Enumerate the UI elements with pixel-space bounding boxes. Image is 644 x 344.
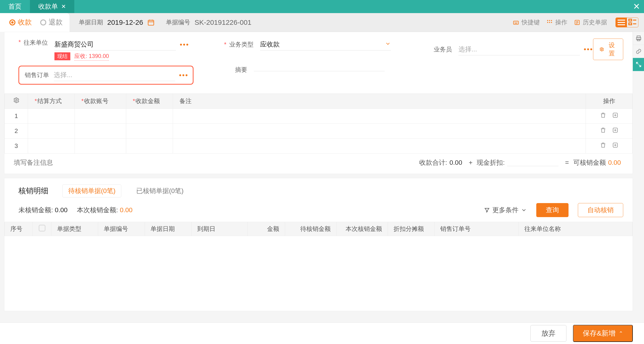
sub-tab-done[interactable]: 已核销单据(0笔) <box>130 184 189 197</box>
ops-button[interactable]: 操作 <box>546 18 567 26</box>
add-row-icon[interactable] <box>612 112 618 118</box>
thiswo-header: 本次核销金额 <box>336 222 388 236</box>
discard-button[interactable]: 放弃 <box>530 325 566 342</box>
amount-header: 金额 <box>248 222 285 236</box>
party-picker-icon[interactable]: ••• <box>180 41 189 48</box>
total-label: 收款合计: <box>419 158 447 167</box>
view-list-button[interactable] <box>616 18 627 27</box>
sales-order-label: 销售订单 <box>23 71 49 79</box>
chevron-down-icon <box>521 207 527 213</box>
more-conditions-button[interactable]: 更多条件 <box>484 206 527 214</box>
party-label: 往来单位 <box>22 38 48 47</box>
history-button[interactable]: 历史单据 <box>574 18 607 26</box>
svg-point-4 <box>551 20 552 21</box>
type-header: 单据类型 <box>52 222 98 236</box>
biztype-select[interactable]: 应收款 <box>260 38 385 50</box>
note-input[interactable] <box>14 159 419 166</box>
sales-order-input[interactable]: 选择... <box>54 69 175 81</box>
add-row-icon[interactable] <box>612 142 618 148</box>
summary-input[interactable] <box>254 68 384 71</box>
date-header: 单据日期 <box>145 222 192 236</box>
table-row[interactable]: 3 <box>5 138 632 154</box>
svg-rect-10 <box>629 23 632 25</box>
gear-column-header[interactable] <box>5 94 28 109</box>
row-number: 3 <box>5 138 28 154</box>
view-toggle <box>616 18 638 27</box>
method-cell[interactable] <box>28 124 75 138</box>
account-cell[interactable] <box>75 124 126 138</box>
table-row[interactable]: 1 <box>5 109 632 124</box>
alloc-header: 折扣分摊额 <box>388 222 435 236</box>
svg-point-15 <box>16 100 17 101</box>
discount-input[interactable] <box>507 159 558 166</box>
radio-receive-label: 收款 <box>18 18 32 27</box>
view-card-button[interactable] <box>627 18 638 27</box>
checkbox-header[interactable] <box>33 222 52 236</box>
method-cell[interactable] <box>28 109 75 124</box>
delete-row-icon[interactable] <box>600 142 606 148</box>
tab-home[interactable]: 首页 <box>0 0 30 13</box>
save-label: 保存&新增 <box>583 328 616 338</box>
shortcut-label: 快捷键 <box>522 18 540 26</box>
auto-writeoff-button[interactable]: 自动核销 <box>578 203 623 217</box>
history-label: 历史单据 <box>583 18 607 26</box>
radio-refund[interactable]: 退款 <box>40 18 62 27</box>
pending-header: 待核销金额 <box>285 222 336 236</box>
detail-title: 核销明细 <box>18 186 48 196</box>
radio-dot-icon <box>40 20 46 26</box>
total-value: 0.00 <box>450 159 462 166</box>
method-cell[interactable] <box>28 138 75 154</box>
add-row-icon[interactable] <box>612 127 618 134</box>
account-cell[interactable] <box>75 138 126 154</box>
secondary-bar: 收款 退款 单据日期 2019-12-26 单据编号 SK-20191226-0… <box>0 13 644 32</box>
ar-line[interactable]: 应收: 1390.00 <box>74 52 109 60</box>
doc-no-label: 单据编号 <box>166 18 190 26</box>
salesman-picker-icon[interactable]: ••• <box>584 45 593 53</box>
remark-cell[interactable] <box>173 138 586 154</box>
table-row[interactable]: 2 <box>5 124 632 138</box>
remark-cell[interactable] <box>173 109 586 124</box>
tab-current-label: 收款单 <box>38 2 58 11</box>
rail-expand-button[interactable] <box>633 58 644 71</box>
delete-row-icon[interactable] <box>600 127 606 134</box>
radio-receive[interactable]: 收款 <box>9 18 32 27</box>
equals-sign: = <box>565 159 569 166</box>
doc-no-value: SK-20191226-001 <box>194 18 252 26</box>
config-label: 设置 <box>606 41 617 58</box>
doc-date-value[interactable]: 2019-12-26 <box>107 18 143 26</box>
tab-current[interactable]: 收款单 ✕ <box>30 0 74 13</box>
ops-label: 操作 <box>555 18 567 26</box>
config-button[interactable]: 设置 <box>593 38 623 60</box>
delete-row-icon[interactable] <box>600 112 606 118</box>
calendar-icon[interactable] <box>147 19 155 26</box>
window-close-button[interactable]: ✕ <box>629 0 644 13</box>
account-header: *收款账号 <box>75 94 126 109</box>
save-button[interactable]: 保存&新增 ⌃ <box>573 325 633 342</box>
tab-close-icon[interactable]: ✕ <box>61 3 66 10</box>
writeoff-label: 可核销金额 <box>573 158 606 167</box>
chevron-down-icon[interactable] <box>385 41 391 48</box>
account-cell[interactable] <box>75 109 126 124</box>
salesman-input[interactable]: 选择... <box>458 44 580 56</box>
rail-link-button[interactable] <box>633 45 644 58</box>
sub-tab-pending[interactable]: 待核销单据(0笔) <box>62 184 121 198</box>
svg-point-6 <box>549 22 550 23</box>
svg-rect-1 <box>514 21 518 24</box>
amount-cell[interactable] <box>126 109 173 124</box>
amount-cell[interactable] <box>126 138 173 154</box>
amount-cell[interactable] <box>126 124 173 138</box>
party-input[interactable]: 新盛商贸公司 <box>54 38 176 50</box>
sales-order-picker-icon[interactable]: ••• <box>179 71 188 79</box>
remark-cell[interactable] <box>173 124 586 138</box>
sales-order-highlight: 销售订单 选择... ••• <box>18 66 194 84</box>
required-marker: * <box>18 38 21 46</box>
summary-label: 摘要 <box>222 66 247 74</box>
writeoff-value: 0.00 <box>608 159 621 166</box>
query-button[interactable]: 查询 <box>536 203 568 217</box>
rail-print-button[interactable] <box>633 32 644 45</box>
svg-point-2 <box>547 20 548 21</box>
party-header: 往来单位名称 <box>519 222 632 236</box>
amount-header: *收款金额 <box>126 94 173 109</box>
shortcut-button[interactable]: 快捷键 <box>513 18 540 26</box>
doc-date-label: 单据日期 <box>79 18 103 26</box>
